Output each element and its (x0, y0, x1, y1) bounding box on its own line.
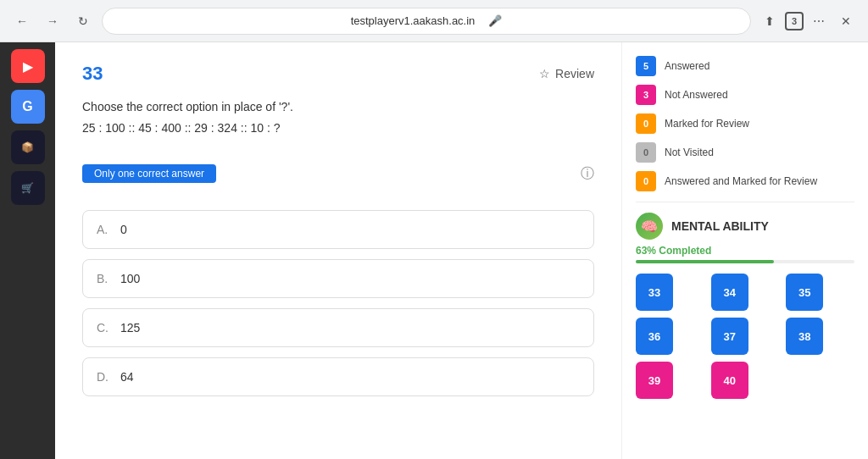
option-c-label: C. (97, 321, 110, 335)
sidebar-app-youtube[interactable]: ▶ (11, 49, 45, 83)
left-sidebar: ▶ G 📦 🛒 (0, 42, 55, 459)
option-b-value: 100 (120, 272, 140, 285)
section-divider (636, 202, 854, 202)
marked-review-badge: 0 (636, 113, 656, 134)
legend-answered-marked: 0 Answered and Marked for Review (636, 171, 854, 191)
sidebar-app-cart[interactable]: 🛒 (11, 171, 45, 205)
question-btn-38[interactable]: 38 (786, 318, 823, 355)
address-bar[interactable]: testplayerv1.aakash.ac.in 🎤 (102, 8, 751, 35)
browser-actions: ⬆ 3 ⋯ ✕ (758, 9, 858, 33)
option-c[interactable]: C. 125 (82, 308, 594, 347)
not-answered-label: Not Answered (665, 89, 728, 101)
section-title: MENTAL ABILITY (671, 219, 769, 233)
close-button[interactable]: ✕ (834, 9, 858, 33)
sidebar-app-dark[interactable]: 📦 (11, 130, 45, 164)
completion-bar-container: 63% Completed (636, 245, 854, 263)
answered-label: Answered (665, 60, 709, 72)
answered-marked-badge: 0 (636, 171, 656, 191)
main-content: 33 ☆ Review Choose the correct option in… (55, 42, 868, 459)
question-grid: 3334353637383940 (636, 274, 854, 399)
question-btn-39[interactable]: 39 (636, 362, 673, 399)
question-text-line2: 25 : 100 :: 45 : 400 :: 29 : 324 :: 10 :… (82, 119, 594, 137)
info-icon[interactable]: ⓘ (581, 165, 594, 183)
completion-bar-fill (636, 260, 774, 263)
not-visited-label: Not Visited (665, 147, 714, 158)
completion-bar-bg (636, 260, 854, 263)
option-b-label: B. (97, 272, 110, 285)
back-button[interactable]: ← (10, 9, 34, 33)
legend-not-answered: 3 Not Answered (636, 85, 854, 105)
options-list: A. 0 B. 100 C. 125 D. 64 (82, 210, 594, 396)
question-btn-33[interactable]: 33 (636, 274, 673, 311)
legend-marked-review: 0 Marked for Review (636, 113, 854, 134)
option-d[interactable]: D. 64 (82, 357, 594, 396)
sidebar-app-google[interactable]: G (11, 90, 45, 124)
question-btn-40[interactable]: 40 (711, 362, 748, 399)
marked-review-label: Marked for Review (665, 118, 749, 130)
right-panel: 5 Answered 3 Not Answered 0 Marked for R… (622, 42, 868, 459)
option-d-value: 64 (120, 370, 134, 384)
question-text-line1: Choose the correct option in place of '?… (82, 98, 594, 116)
section-icon: 🧠 (636, 213, 663, 240)
legend-answered: 5 Answered (636, 56, 854, 76)
mic-icon[interactable]: 🎤 (488, 14, 502, 27)
question-btn-36[interactable]: 36 (636, 318, 673, 355)
reload-button[interactable]: ↻ (71, 9, 95, 33)
option-b[interactable]: B. 100 (82, 259, 594, 298)
option-d-label: D. (97, 370, 110, 384)
completion-text: 63% Completed (636, 245, 854, 257)
question-panel: 33 ☆ Review Choose the correct option in… (55, 42, 622, 459)
url-text: testplayerv1.aakash.ac.in (351, 14, 476, 27)
review-label: Review (555, 67, 594, 80)
not-answered-badge: 3 (636, 85, 656, 105)
question-btn-35[interactable]: 35 (786, 274, 823, 311)
review-button[interactable]: ☆ Review (539, 67, 594, 80)
not-visited-badge: 0 (636, 142, 656, 163)
forward-button[interactable]: → (41, 9, 64, 33)
browser-chrome: ← → ↻ testplayerv1.aakash.ac.in 🎤 ⬆ 3 ⋯ … (0, 0, 868, 42)
section-header: 🧠 MENTAL ABILITY (636, 213, 854, 240)
question-number: 33 (82, 63, 103, 85)
question-btn-34[interactable]: 34 (711, 274, 748, 311)
legend-not-visited: 0 Not Visited (636, 142, 854, 163)
option-a-label: A. (97, 223, 110, 236)
answered-marked-label: Answered and Marked for Review (665, 175, 817, 187)
answered-badge: 5 (636, 56, 656, 76)
option-c-value: 125 (120, 321, 140, 335)
star-icon: ☆ (539, 67, 550, 80)
option-a[interactable]: A. 0 (82, 210, 594, 249)
question-btn-37[interactable]: 37 (711, 318, 748, 355)
option-a-value: 0 (120, 223, 127, 236)
more-button[interactable]: ⋯ (807, 9, 831, 33)
instruction-badge: Only one correct answer (82, 164, 216, 183)
tab-count-badge[interactable]: 3 (785, 12, 804, 30)
share-button[interactable]: ⬆ (758, 9, 782, 33)
question-header: 33 ☆ Review (82, 63, 594, 85)
